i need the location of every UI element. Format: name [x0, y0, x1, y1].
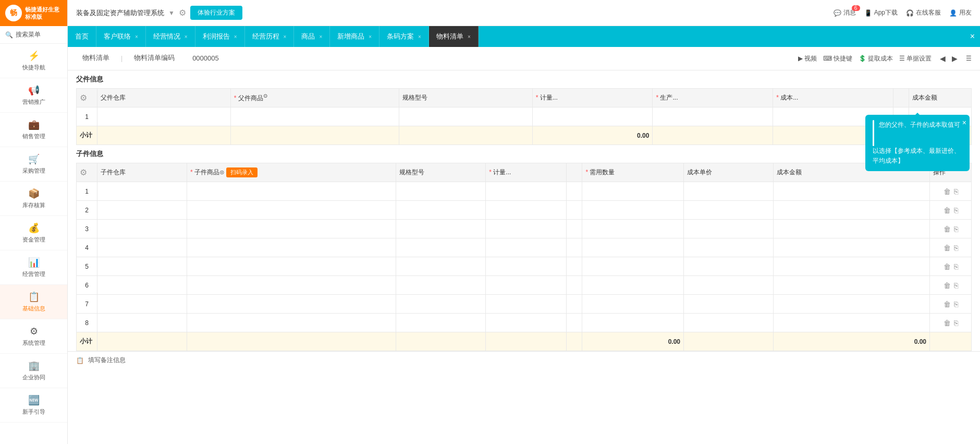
- tab-barcode-close[interactable]: ×: [418, 34, 421, 40]
- child-spec-cell-3[interactable]: [396, 238, 486, 257]
- tab-customer[interactable]: 客户联络 ×: [96, 26, 146, 47]
- sidebar-item-marketing[interactable]: 📢 营销推广: [0, 78, 67, 113]
- child-needed-qty-cell-5[interactable]: [582, 276, 684, 295]
- tab-history-close[interactable]: ×: [284, 34, 287, 40]
- tab-barcode[interactable]: 条码方案 ×: [379, 26, 429, 47]
- child-goods-cell-0[interactable]: [187, 182, 396, 201]
- dropdown-arrow-icon[interactable]: ▼: [168, 9, 175, 17]
- child-warehouse-cell-4[interactable]: [97, 257, 187, 276]
- child-needed-qty-cell-1[interactable]: [582, 201, 684, 220]
- tab-profit-close[interactable]: ×: [234, 34, 237, 40]
- tab-goods-close[interactable]: ×: [319, 34, 322, 40]
- video-button[interactable]: ▶ 视频: [798, 54, 817, 63]
- sidebar-item-system[interactable]: ⚙ 系统管理: [0, 319, 67, 354]
- child-warehouse-cell-7[interactable]: [97, 314, 187, 332]
- child-quantity-cell-6[interactable]: [486, 295, 567, 314]
- delete-icon-7[interactable]: 🗑: [944, 319, 951, 327]
- parent-goods-cell[interactable]: [230, 107, 399, 126]
- child-unit-cost-cell-7[interactable]: [683, 314, 773, 332]
- child-warehouse-cell-5[interactable]: [97, 276, 187, 295]
- delete-icon-0[interactable]: 🗑: [944, 187, 951, 196]
- child-goods-cell-2[interactable]: [187, 220, 396, 238]
- delete-icon-2[interactable]: 🗑: [944, 225, 951, 233]
- parent-production-cell[interactable]: [653, 107, 773, 126]
- child-needed-qty-cell-3[interactable]: [582, 238, 684, 257]
- sidebar-item-inventory[interactable]: 📦 库存核算: [0, 182, 67, 216]
- child-goods-cell-4[interactable]: [187, 257, 396, 276]
- message-button[interactable]: 💬 消息 6: [834, 8, 856, 17]
- scan-button[interactable]: 扫码录入: [226, 167, 258, 177]
- child-unit-cost-cell-5[interactable]: [683, 276, 773, 295]
- child-unit-cost-cell-6[interactable]: [683, 295, 773, 314]
- child-warehouse-cell-1[interactable]: [97, 201, 187, 220]
- sidebar-item-purchase[interactable]: 🛒 采购管理: [0, 147, 67, 182]
- app-download-button[interactable]: 📱 App下载: [864, 8, 898, 17]
- child-quantity-cell-0[interactable]: [486, 182, 567, 201]
- view-toggle-icon[interactable]: ☰: [966, 55, 972, 62]
- child-unit-cost-cell-3[interactable]: [683, 238, 773, 257]
- child-spec-cell-1[interactable]: [396, 201, 486, 220]
- tab-bom[interactable]: 物料清单 ×: [429, 26, 479, 47]
- delete-icon-5[interactable]: 🗑: [944, 281, 951, 290]
- delete-icon-4[interactable]: 🗑: [944, 262, 951, 271]
- tab-customer-close[interactable]: ×: [135, 34, 138, 40]
- child-quantity-cell-5[interactable]: [486, 276, 567, 295]
- child-needed-qty-cell-7[interactable]: [582, 314, 684, 332]
- child-spec-cell-5[interactable]: [396, 276, 486, 295]
- child-needed-qty-cell-4[interactable]: [582, 257, 684, 276]
- sidebar-item-enterprise[interactable]: 🏢 企业协同: [0, 354, 67, 388]
- child-needed-qty-cell-6[interactable]: [582, 295, 684, 314]
- child-goods-cell-7[interactable]: [187, 314, 396, 332]
- sub-tab-bom-number[interactable]: 0000005: [186, 52, 225, 65]
- parent-spec-cell[interactable]: [399, 107, 532, 126]
- child-warehouse-cell-2[interactable]: [97, 220, 187, 238]
- sub-tab-bom-list[interactable]: 物料清单: [76, 51, 116, 66]
- copy-icon-6[interactable]: ⎘: [954, 300, 958, 308]
- trial-button[interactable]: 体验行业方案: [190, 6, 242, 20]
- parent-settings-gear-icon[interactable]: ⚙: [80, 93, 87, 102]
- tooltip-close-button[interactable]: ×: [962, 117, 966, 128]
- copy-icon-1[interactable]: ⎘: [954, 206, 958, 214]
- single-settings-button[interactable]: ☰ 单据设置: [899, 54, 932, 63]
- user-button[interactable]: 👤 用友: [949, 8, 972, 17]
- copy-icon-4[interactable]: ⎘: [954, 262, 958, 271]
- child-warehouse-cell-3[interactable]: [97, 238, 187, 257]
- shortcut-button[interactable]: ⌨ 快捷键: [823, 54, 852, 63]
- child-spec-cell-2[interactable]: [396, 220, 486, 238]
- prev-arrow-button[interactable]: ◀: [938, 53, 948, 64]
- search-menu[interactable]: 🔍 搜索菜单: [0, 26, 67, 44]
- tab-bom-close[interactable]: ×: [468, 34, 471, 40]
- child-unit-cost-cell-4[interactable]: [683, 257, 773, 276]
- child-unit-cost-cell-2[interactable]: [683, 220, 773, 238]
- tab-new-goods[interactable]: 新增商品 ×: [330, 26, 379, 47]
- delete-icon-1[interactable]: 🗑: [944, 206, 951, 214]
- child-goods-cell-1[interactable]: [187, 201, 396, 220]
- child-goods-cell-5[interactable]: [187, 276, 396, 295]
- delete-icon-3[interactable]: 🗑: [944, 244, 951, 252]
- tab-home[interactable]: 首页: [68, 26, 96, 47]
- child-needed-qty-cell-2[interactable]: [582, 220, 684, 238]
- tab-operations[interactable]: 经营情况 ×: [146, 26, 195, 47]
- settings-icon[interactable]: ⚙: [179, 8, 186, 18]
- tab-operations-close[interactable]: ×: [185, 34, 188, 40]
- child-quantity-cell-1[interactable]: [486, 201, 567, 220]
- child-spec-cell-4[interactable]: [396, 257, 486, 276]
- sidebar-item-guide[interactable]: 🆕 新手引导: [0, 388, 67, 423]
- child-spec-cell-6[interactable]: [396, 295, 486, 314]
- tab-profit[interactable]: 利润报告 ×: [195, 26, 245, 47]
- child-settings-gear-icon[interactable]: ⚙: [80, 168, 87, 177]
- child-col-settings[interactable]: ⚙: [77, 163, 97, 182]
- child-goods-cell-6[interactable]: [187, 295, 396, 314]
- sidebar-item-operations[interactable]: 📊 经营管理: [0, 250, 67, 285]
- sidebar-item-sales[interactable]: 💼 销售管理: [0, 113, 67, 147]
- online-service-button[interactable]: 🎧 在线客服: [906, 8, 941, 17]
- copy-icon-5[interactable]: ⎘: [954, 281, 958, 290]
- parent-col-settings[interactable]: ⚙: [77, 89, 97, 107]
- close-all-tabs-button[interactable]: ×: [965, 32, 980, 41]
- sub-tab-bom-code[interactable]: 物料清单编码: [128, 51, 181, 66]
- child-warehouse-cell-0[interactable]: [97, 182, 187, 201]
- child-goods-cell-3[interactable]: [187, 238, 396, 257]
- next-arrow-button[interactable]: ▶: [950, 53, 960, 64]
- copy-icon-7[interactable]: ⎘: [954, 319, 958, 327]
- child-unit-cost-cell-0[interactable]: [683, 182, 773, 201]
